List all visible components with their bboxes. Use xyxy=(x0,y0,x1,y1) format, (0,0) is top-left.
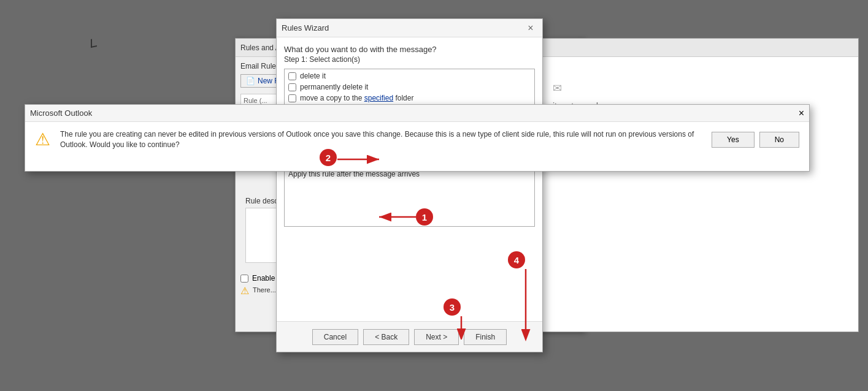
warning-icon: ⚠ xyxy=(240,286,249,296)
cancel-button[interactable]: Cancel xyxy=(312,329,358,345)
checkbox-delete-it[interactable] xyxy=(288,72,296,80)
back-button[interactable]: < Back xyxy=(363,329,409,345)
specified-link[interactable]: specified xyxy=(364,94,393,102)
rules-wizard-footer: Cancel < Back Next > Finish xyxy=(277,321,542,352)
action-delete-it-label: delete it xyxy=(300,72,326,80)
enable-label: Enable xyxy=(252,274,275,283)
step-badge-2: 2 xyxy=(320,149,337,166)
outlook-dialog-buttons: Yes No xyxy=(712,132,799,148)
rules-wizard-close-button[interactable]: × xyxy=(524,21,537,35)
outlook-message-text: The rule you are creating can never be e… xyxy=(60,129,702,150)
reading-pane-header xyxy=(540,39,858,57)
rules-wizard-title: Rules Wizard xyxy=(282,23,524,32)
rule-description-box: Apply this rule after the message arrive… xyxy=(284,165,535,227)
outlook-warning-dialog: Microsoft Outlook × ⚠ The rule you are c… xyxy=(25,104,810,172)
action-move-copy[interactable]: move a copy to the specified folder xyxy=(286,93,533,104)
action-permanently-delete[interactable]: permanently delete it xyxy=(286,82,533,93)
step-badge-3: 3 xyxy=(444,298,461,316)
no-button[interactable]: No xyxy=(759,132,799,148)
finish-button[interactable]: Finish xyxy=(464,329,507,345)
enable-checkbox[interactable] xyxy=(240,275,248,283)
new-rule-icon: 📄 xyxy=(246,77,255,85)
reading-pane: ✉ item to read is preview messages xyxy=(540,38,859,332)
outlook-dialog-title: Microsoft Outlook xyxy=(30,108,799,118)
outlook-dialog-titlebar: Microsoft Outlook × xyxy=(25,105,809,122)
checkbox-move-copy[interactable] xyxy=(288,94,296,102)
rules-wizard-dialog: Rules Wizard × What do you want to do wi… xyxy=(276,18,543,352)
step-badge-1: 1 xyxy=(416,208,433,226)
next-button[interactable]: Next > xyxy=(414,329,459,345)
action-move-copy-label: move a copy to the specified folder xyxy=(300,94,413,102)
outlook-dialog-close-button[interactable]: × xyxy=(799,108,804,119)
reading-pane-envelope-icon: ✉ xyxy=(553,82,846,95)
step1-label: Step 1: Select action(s) xyxy=(284,55,535,64)
rules-wizard-titlebar: Rules Wizard × xyxy=(277,19,542,37)
mouse-cursor xyxy=(91,39,98,50)
step-badge-4: 4 xyxy=(508,251,525,268)
yes-button[interactable]: Yes xyxy=(712,132,755,148)
action-permanently-delete-label: permanently delete it xyxy=(300,83,368,91)
checkbox-permanently-delete[interactable] xyxy=(288,83,296,91)
outlook-warning-icon: ⚠ xyxy=(35,129,50,150)
action-delete-it[interactable]: delete it xyxy=(286,70,533,82)
outlook-dialog-body: ⚠ The rule you are creating can never be… xyxy=(25,122,809,158)
step1-question: What do you want to do with the message? xyxy=(284,45,535,54)
